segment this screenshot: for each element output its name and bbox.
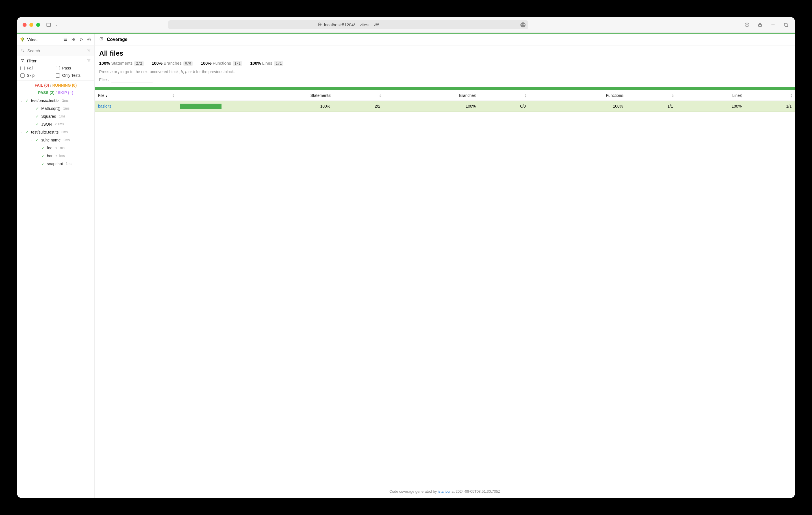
svg-marker-17: [80, 38, 83, 41]
check-icon: ✓: [35, 106, 39, 111]
share-icon[interactable]: [757, 22, 763, 28]
suite-item[interactable]: ⌄✓suite name2ms: [17, 136, 94, 144]
branch-pct: 100%: [384, 101, 479, 112]
stmt-pct: 100%: [225, 101, 334, 112]
tree-time: < 1ms: [55, 122, 64, 126]
tree-label: JSON: [41, 122, 52, 126]
tree-label: suite name: [41, 138, 60, 142]
col-chart: [177, 90, 225, 101]
test-item[interactable]: ✓Squared1ms: [17, 112, 94, 120]
coverage-bar: [95, 87, 795, 90]
tree-time: < 1ms: [55, 146, 64, 150]
coverage-table: File▴▴▾ Statements▴▾ ▴▾ Branches▴▾ ▴▾ Fu…: [95, 90, 795, 112]
svg-line-26: [90, 38, 90, 38]
col-lines-frac[interactable]: ▴▾: [745, 90, 795, 101]
saved-filter-icon[interactable]: [87, 58, 91, 63]
test-item[interactable]: ✓snapshot1ms: [17, 160, 94, 168]
keyboard-hint: Press n or j to go to the next uncovered…: [99, 69, 790, 74]
tabs-icon[interactable]: [783, 22, 789, 28]
theme-icon[interactable]: [86, 37, 91, 42]
test-item[interactable]: ✓bar< 1ms: [17, 152, 94, 160]
col-branches[interactable]: Branches▴▾: [384, 90, 479, 101]
new-tab-icon[interactable]: [770, 22, 776, 28]
col-file[interactable]: File▴▴▾: [95, 90, 177, 101]
coverage-header: Coverage: [95, 34, 795, 46]
coverage-summary: 100%Statements2/2100%Branches0/0100%Func…: [99, 61, 790, 65]
svg-rect-9: [785, 24, 788, 27]
filter-pass-checkbox[interactable]: Pass: [56, 66, 91, 70]
tree-label: bar: [47, 154, 53, 158]
browser-window: ⌄ localhost:51204/__vitest__/#/ ••• Vite…: [17, 17, 795, 498]
check-icon: ✓: [25, 98, 29, 103]
tree-label: foo: [47, 146, 52, 150]
file-item[interactable]: ⌄✓test/suite.test.ts3ms: [17, 128, 94, 136]
func-pct: 100%: [529, 101, 627, 112]
col-functions[interactable]: Functions▴▾: [529, 90, 627, 101]
check-icon: ✓: [41, 154, 45, 158]
coverage-filter-label: Filter:: [99, 78, 109, 82]
col-branches-frac[interactable]: ▴▾: [479, 90, 529, 101]
summary-metric: 100%Branches0/0: [152, 61, 193, 65]
filter-fail-checkbox[interactable]: Fail: [20, 66, 56, 70]
tree-time: 1ms: [63, 107, 70, 111]
file-link[interactable]: basic.ts: [98, 104, 111, 109]
summary-metric: 100%Functions1/1: [201, 61, 242, 65]
tree-time: 1ms: [66, 162, 72, 166]
run-icon[interactable]: [79, 37, 84, 42]
more-icon[interactable]: •••: [520, 22, 525, 27]
search-input[interactable]: [27, 49, 84, 53]
chevron-down-icon[interactable]: ⌄: [19, 99, 23, 102]
content: Coverage All files 100%Statements2/2100%…: [95, 34, 795, 498]
download-icon[interactable]: [744, 22, 750, 28]
col-statements-frac[interactable]: ▴▾: [334, 90, 384, 101]
clear-filter-icon[interactable]: [87, 48, 91, 53]
brand-name: Vitest: [27, 37, 37, 42]
table-row: basic.ts100%2/2100%0/0100%1/1100%1/1: [95, 101, 795, 112]
chevron-down-icon[interactable]: ⌄: [55, 23, 58, 27]
istanbul-link[interactable]: istanbul: [438, 489, 451, 493]
col-lines[interactable]: Lines▴▾: [676, 90, 745, 101]
tree-time: < 1ms: [55, 154, 65, 158]
coverage-filter-input[interactable]: [111, 77, 153, 83]
filter-only-checkbox[interactable]: Only Tests: [56, 73, 91, 78]
chevron-down-icon[interactable]: ⌄: [29, 139, 33, 142]
close-window-button[interactable]: [23, 23, 27, 27]
status-line-2: PASS (2) / SKIP (--): [17, 88, 94, 95]
col-statements[interactable]: Statements▴▾: [225, 90, 334, 101]
bar-cell: [177, 101, 225, 112]
test-item[interactable]: ✓JSON< 1ms: [17, 120, 94, 128]
tree-label: Math.sqrt(): [41, 106, 60, 111]
check-icon: ✓: [35, 122, 39, 126]
traffic-lights: [23, 23, 40, 27]
check-icon: ✓: [41, 161, 45, 166]
list-view-icon[interactable]: [63, 37, 68, 42]
address-bar[interactable]: localhost:51204/__vitest__/#/ •••: [168, 20, 529, 29]
coverage-filter: Filter:: [99, 77, 790, 83]
globe-icon: [318, 22, 322, 27]
maximize-window-button[interactable]: [36, 23, 40, 27]
check-icon: ✓: [41, 146, 45, 150]
col-functions-frac[interactable]: ▴▾: [627, 90, 676, 101]
status-line-1: FAIL (0) / RUNNING (0): [17, 81, 94, 88]
tree-time: 2ms: [63, 138, 70, 142]
test-item[interactable]: ✓Math.sqrt()1ms: [17, 104, 94, 112]
func-frac: 1/1: [627, 101, 676, 112]
filter-skip-checkbox[interactable]: Skip: [20, 73, 56, 78]
summary-metric: 100%Statements2/2: [99, 61, 144, 65]
svg-rect-16: [74, 39, 75, 41]
dashboard-icon[interactable]: [70, 37, 76, 42]
toolbar-right: [744, 22, 789, 28]
sidebar-toggle-icon[interactable]: [45, 22, 52, 28]
svg-rect-13: [72, 38, 73, 39]
file-item[interactable]: ⌄✓test/basic.test.ts2ms: [17, 96, 94, 104]
check-icon: ✓: [35, 138, 39, 142]
titlebar: ⌄ localhost:51204/__vitest__/#/ •••: [17, 17, 795, 33]
line-frac: 1/1: [745, 101, 795, 112]
footer: Code coverage generated by istanbul at 2…: [95, 485, 795, 498]
funnel-icon: [20, 58, 25, 63]
vitest-logo-icon: [20, 37, 25, 42]
chevron-down-icon[interactable]: ⌄: [19, 131, 23, 134]
minimize-window-button[interactable]: [29, 23, 33, 27]
svg-rect-30: [100, 37, 103, 40]
test-item[interactable]: ✓foo< 1ms: [17, 144, 94, 152]
